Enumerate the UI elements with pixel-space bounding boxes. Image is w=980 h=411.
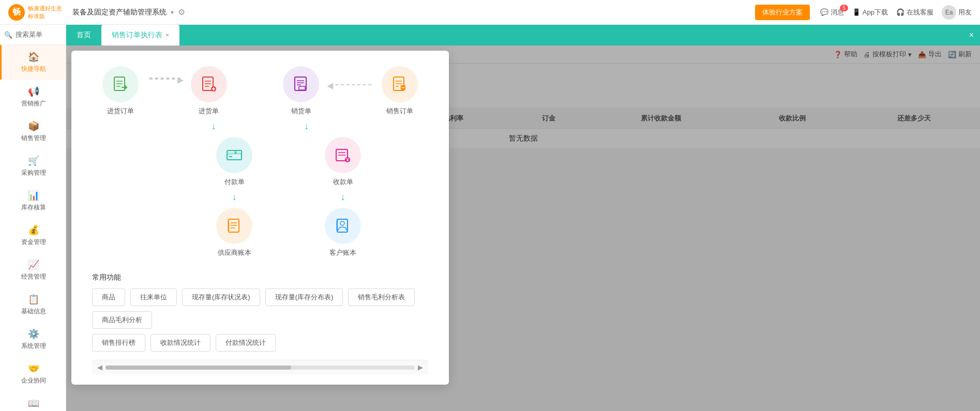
flow-circle-purchase — [191, 66, 227, 102]
flow-spacer-1 — [237, 85, 273, 97]
marketing-icon: 📢 — [28, 86, 39, 97]
top-bar: 畅 畅康通好生意 标准版 装备及固定资产辅助管理系统 ▾ ⚙ 体验行业方案 💬 … — [0, 0, 980, 25]
sidebar-item-sales[interactable]: 📦 销售管理 — [0, 114, 66, 149]
flow-row-arrows: ↓ ↓ — [92, 121, 428, 132]
enterprise-icon: 🤝 — [28, 363, 39, 374]
func-btn-2[interactable]: 现存量(库存状况表) — [182, 288, 260, 306]
svg-rect-36 — [228, 220, 229, 231]
scroll-left-btn[interactable]: ◀ — [97, 363, 102, 371]
flow-circle-customer — [325, 208, 361, 244]
flow-row-3: 供应商账本 — [92, 208, 428, 257]
svg-text:¥: ¥ — [234, 150, 237, 155]
common-functions: 常用功能 商品 往来单位 现存量(库存状况表) 现存量(库存分布表) 销售毛利分… — [92, 273, 428, 352]
search-icon: 🔍 — [4, 31, 12, 39]
online-service-btn[interactable]: 🎧 在线客服 — [896, 8, 933, 17]
inventory-icon: 📊 — [28, 190, 39, 201]
tab-bar: 首页 销售订单执行表 × × — [66, 25, 980, 45]
top-logo: 畅 畅康通好生意 标准版 — [8, 4, 62, 21]
flow-row-1: 进货订单 ▶ — [92, 66, 428, 116]
sidebar-item-inventory[interactable]: 📊 库存核算 — [0, 184, 66, 218]
flow-arrow-dashed-2: ◀ — [330, 84, 371, 98]
scroll-thumb[interactable] — [105, 366, 291, 370]
system-title: 装备及固定资产辅助管理系统 ▾ ⚙ — [72, 7, 755, 17]
tab-bar-close-btn[interactable]: × — [969, 31, 974, 40]
flow-item-payment[interactable]: ¥ 付款单 — [201, 137, 268, 187]
dropdown-icon[interactable]: ▾ — [171, 9, 174, 16]
func-btn-7[interactable]: 收款情况统计 — [150, 334, 210, 352]
svg-point-38 — [340, 221, 344, 225]
svg-rect-16 — [299, 86, 305, 90]
flow-row-2: ¥ 付款单 — [92, 137, 428, 187]
svg-rect-39 — [336, 220, 338, 231]
func-btn-4[interactable]: 销售毛利分析表 — [348, 288, 415, 306]
sidebar-item-marketing[interactable]: 📢 营销推广 — [0, 80, 66, 114]
tab-sales-execution[interactable]: 销售订单执行表 × — [101, 25, 179, 45]
flow-arrow-dashed-1: ▶ — [149, 78, 180, 92]
top-right-actions: 💬 消息 5 📱 App下载 🎧 在线客服 Ea 用友 — [820, 5, 972, 20]
sidebar-item-operations[interactable]: 📈 经营管理 — [0, 253, 66, 287]
logo-text: 畅康通好生意 标准版 — [28, 5, 62, 20]
flow-item-sales[interactable]: 销货单 — [273, 66, 330, 116]
func-btn-1[interactable]: 往来单位 — [130, 288, 177, 306]
quicknav-modal: 进货订单 ▶ — [71, 51, 449, 385]
logo-icon: 畅 — [8, 4, 25, 21]
user-menu[interactable]: Ea 用友 — [942, 5, 972, 20]
func-btn-5[interactable]: 商品毛利分析 — [92, 311, 152, 329]
flow-row-arrows-2: ↓ ↓ — [92, 192, 428, 203]
sidebar-item-purchase[interactable]: 🛒 采购管理 — [0, 149, 66, 184]
quicknav-overlay: 进货订单 ▶ — [66, 45, 980, 411]
func-btns: 商品 往来单位 现存量(库存状况表) 现存量(库存分布表) 销售毛利分析表 商品… — [92, 288, 428, 329]
basic-info-icon: 📋 — [28, 294, 39, 305]
flow-item-customer-book[interactable]: 客户账本 — [309, 208, 376, 257]
scroll-right-btn[interactable]: ▶ — [418, 363, 423, 371]
content-area: 首页 销售订单执行表 × × ❓ 帮助 🖨 按 — [66, 25, 980, 411]
sidebar-item-enterprise[interactable]: 🤝 企业协同 — [0, 357, 66, 391]
sidebar-item-basic-info[interactable]: 📋 基础信息 — [0, 287, 66, 322]
trial-button[interactable]: 体验行业方案 — [755, 5, 810, 20]
svg-rect-12 — [295, 77, 306, 90]
system-icon: ⚙️ — [28, 328, 39, 340]
settings-icon[interactable]: ⚙ — [178, 7, 185, 17]
flow-arrow-down-sales: ↓ — [278, 121, 335, 132]
flow-item-sales-order[interactable]: 销售订单 — [371, 66, 429, 116]
flow-item-purchase[interactable]: 进货单 — [180, 66, 238, 116]
app-wrapper: 畅 畅康通好生意 标准版 装备及固定资产辅助管理系统 ▾ ⚙ 体验行业方案 💬 … — [0, 0, 980, 411]
func-btn-8[interactable]: 付款情况统计 — [216, 334, 276, 352]
purchase-icon: 🛒 — [28, 155, 39, 166]
svg-text:¥: ¥ — [346, 157, 349, 162]
service-icon: 🎧 — [896, 8, 904, 16]
message-icon: 💬 — [820, 8, 828, 16]
tab-home[interactable]: 首页 — [66, 25, 101, 45]
flow-circle-sales — [283, 66, 319, 102]
sidebar-item-guide[interactable]: 📖 新手引导 — [0, 391, 66, 411]
flow-section: 进货订单 ▶ — [92, 66, 428, 263]
flow-arrow-down-receipt: ↓ — [309, 192, 376, 203]
sidebar-search[interactable]: 🔍 搜索菜单 — [0, 25, 66, 45]
flow-arrow-down-payment: ↓ — [201, 192, 268, 203]
func-btns-row2: 销售排行榜 收款情况统计 付款情况统计 — [92, 334, 428, 352]
finance-icon: 💰 — [28, 224, 39, 236]
flow-item-supplier-book[interactable]: 供应商账本 — [201, 208, 268, 257]
func-btn-3[interactable]: 现存量(库存分布表) — [265, 288, 343, 306]
sidebar: 🔍 搜索菜单 🏠 快捷导航 📢 营销推广 📦 销售管理 🛒 采购管理 📊 — [0, 25, 66, 411]
func-btn-0[interactable]: 商品 — [92, 288, 125, 306]
message-btn[interactable]: 💬 消息 5 — [820, 8, 844, 17]
tab-close-btn[interactable]: × — [165, 32, 169, 39]
page-content: ❓ 帮助 🖨 按模板打印 ▾ 📤 导出 🔄 刷新 — [66, 45, 980, 411]
flow-item-receipt[interactable]: ¥ 收款单 — [309, 137, 376, 187]
sidebar-item-system[interactable]: ⚙️ 系统管理 — [0, 322, 66, 357]
guide-icon: 📖 — [28, 398, 39, 409]
flow-circle-sales-order — [382, 66, 418, 102]
flow-item-purchase-order[interactable]: 进货订单 — [92, 66, 149, 116]
scroll-track[interactable] — [105, 366, 415, 370]
quicknav-icon: 🏠 — [28, 51, 39, 63]
flow-circle-receipt: ¥ — [325, 137, 361, 173]
common-title: 常用功能 — [92, 273, 428, 282]
sidebar-item-finance[interactable]: 💰 资金管理 — [0, 218, 66, 253]
app-download-btn[interactable]: 📱 App下载 — [852, 8, 888, 17]
func-btn-6[interactable]: 销售排行榜 — [92, 334, 145, 352]
sidebar-item-quicknav[interactable]: 🏠 快捷导航 — [0, 45, 66, 80]
avatar: Ea — [942, 5, 956, 20]
flow-circle-payment: ¥ — [216, 137, 252, 173]
flow-circle-purchase-order — [102, 66, 139, 102]
